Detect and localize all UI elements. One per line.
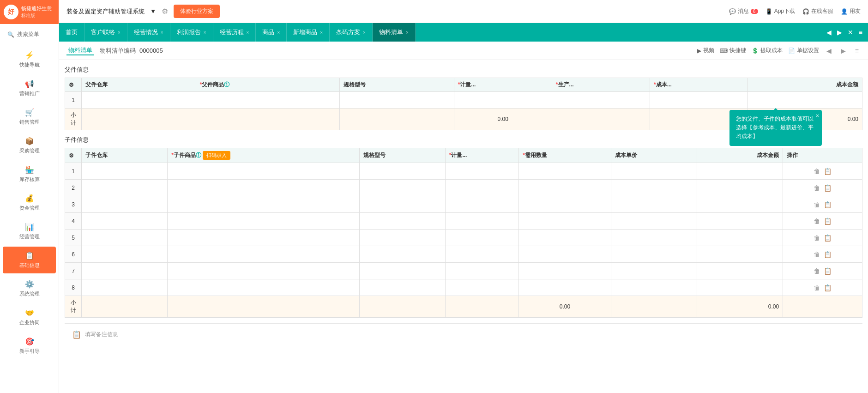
child-row-4-product[interactable] [168,213,359,230]
parent-row-1-product[interactable] [196,92,339,109]
child-row-1-copy-button[interactable]: 📋 [823,167,832,176]
child-row-5-unit-cost[interactable] [611,230,697,246]
child-row-4-warehouse[interactable] [82,213,168,230]
nav-close-button[interactable]: ✕ [846,27,855,38]
nav-menu-button[interactable]: ≡ [857,27,864,38]
extract-cost-action[interactable]: 💲 提取成本 [752,47,783,54]
tab-new-product-close[interactable]: × [320,30,323,35]
sub-header-next-button[interactable]: ▶ [839,45,848,56]
child-row-8-product[interactable] [168,279,359,296]
child-row-2-qty[interactable] [519,180,611,196]
child-row-8-copy-button[interactable]: 📋 [823,283,832,292]
parent-row-1-spec[interactable] [339,92,454,109]
child-row-1-delete-button[interactable]: 🗑 [813,167,821,176]
child-row-5-qty[interactable] [519,230,611,246]
tab-profit[interactable]: 利润报告 × [170,23,213,42]
child-row-7-product[interactable] [168,263,359,279]
tab-customer[interactable]: 客户联络 × [84,23,127,42]
view-action[interactable]: ▶ 视频 [697,47,714,54]
tab-new-product[interactable]: 新增商品 × [287,23,330,42]
child-row-1-unit-cost[interactable] [611,163,697,180]
child-row-7-warehouse[interactable] [82,263,168,279]
app-download-button[interactable]: 📱 App下载 [766,7,795,15]
child-row-8-spec[interactable] [359,279,445,296]
search-menu-button[interactable]: 🔍 搜索菜单 [4,28,55,41]
child-row-4-spec[interactable] [359,213,445,230]
child-row-4-qty[interactable] [519,213,611,230]
tab-bom[interactable]: 物料清单 × [373,23,416,42]
child-row-3-qty[interactable] [519,196,611,213]
tab-bom-close[interactable]: × [406,30,409,35]
child-row-2-copy-button[interactable]: 📋 [823,183,832,193]
trial-button[interactable]: 体验行业方案 [174,5,220,18]
tab-products[interactable]: 商品 × [256,23,287,42]
single-settings-action[interactable]: 📄 单据设置 [788,47,819,54]
sidebar-item-guide[interactable]: 🎯 新手引导 [3,333,56,359]
child-row-7-qty[interactable] [519,263,611,279]
child-row-6-warehouse[interactable] [82,246,168,263]
system-dropdown-button[interactable]: ▼ [150,8,156,15]
child-row-5-warehouse[interactable] [82,230,168,246]
shortcut-action[interactable]: ⌨ 快捷键 [720,47,746,54]
child-row-1-unit[interactable] [445,163,519,180]
parent-row-1-unit[interactable] [454,92,552,109]
child-row-6-unit-cost[interactable] [611,246,697,263]
child-row-1-product[interactable] [168,163,359,180]
child-row-3-spec[interactable] [359,196,445,213]
child-row-2-unit-cost[interactable] [611,180,697,196]
parent-row-1-warehouse[interactable] [82,92,196,109]
note-hint[interactable]: 填写备注信息 [85,331,118,339]
child-row-2-warehouse[interactable] [82,180,168,196]
child-row-7-delete-button[interactable]: 🗑 [813,266,821,276]
child-row-4-copy-button[interactable]: 📋 [823,217,832,226]
child-row-7-copy-button[interactable]: 📋 [823,266,832,276]
child-row-6-unit[interactable] [445,246,519,263]
tab-barcode[interactable]: 条码方案 × [330,23,373,42]
sidebar-item-finance[interactable]: 💰 资金管理 [3,189,56,216]
tab-barcode-close[interactable]: × [363,30,366,35]
parent-row-1-cost[interactable] [650,92,748,109]
child-row-5-spec[interactable] [359,230,445,246]
child-row-2-unit[interactable] [445,180,519,196]
child-row-8-qty[interactable] [519,279,611,296]
sub-header-prev-button[interactable]: ◀ [825,45,833,56]
sidebar-item-system[interactable]: ⚙️ 系统管理 [3,275,56,302]
sidebar-item-basic[interactable]: 📋 基础信息 [3,247,56,273]
child-row-5-product[interactable] [168,230,359,246]
child-row-1-warehouse[interactable] [82,163,168,180]
child-row-8-unit[interactable] [445,279,519,296]
parent-row-1-produce[interactable] [552,92,650,109]
sidebar-item-ops[interactable]: 📊 经营管理 [3,218,56,245]
child-row-4-delete-button[interactable]: 🗑 [813,217,821,226]
sidebar-item-quick-nav[interactable]: ⚡ 快捷导航 [3,46,56,73]
child-row-6-qty[interactable] [519,246,611,263]
settings-button[interactable]: ⚙ [162,7,168,16]
child-row-8-unit-cost[interactable] [611,279,697,296]
tab-history-close[interactable]: × [247,30,249,35]
sidebar-item-purchase[interactable]: 📦 采购管理 [3,132,56,159]
tab-products-close[interactable]: × [277,30,280,35]
sidebar-item-marketing[interactable]: 📢 营销推广 [3,75,56,102]
tab-operations[interactable]: 经营情况 × [127,23,170,42]
child-row-5-delete-button[interactable]: 🗑 [813,233,821,242]
child-row-7-unit-cost[interactable] [611,263,697,279]
child-row-6-product[interactable] [168,246,359,263]
child-row-7-unit[interactable] [445,263,519,279]
child-row-3-unit-cost[interactable] [611,196,697,213]
child-row-3-delete-button[interactable]: 🗑 [813,200,821,209]
sub-tab-bom[interactable]: 物料清单 [66,46,94,55]
scan-button[interactable]: 扫码录入 [203,151,230,160]
child-row-8-delete-button[interactable]: 🗑 [813,283,821,292]
sidebar-item-sales[interactable]: 🛒 销售管理 [3,103,56,130]
child-row-2-spec[interactable] [359,180,445,196]
nav-next-button[interactable]: ▶ [835,27,844,38]
child-row-2-delete-button[interactable]: 🗑 [813,183,821,193]
tab-operations-close[interactable]: × [161,30,163,35]
child-row-4-unit-cost[interactable] [611,213,697,230]
tab-customer-close[interactable]: × [118,30,121,35]
child-row-3-copy-button[interactable]: 📋 [823,200,832,209]
tooltip-close-button[interactable]: × [816,112,819,121]
online-service-button[interactable]: 🎧 在线客服 [802,7,833,15]
child-row-2-product[interactable] [168,180,359,196]
child-row-8-warehouse[interactable] [82,279,168,296]
